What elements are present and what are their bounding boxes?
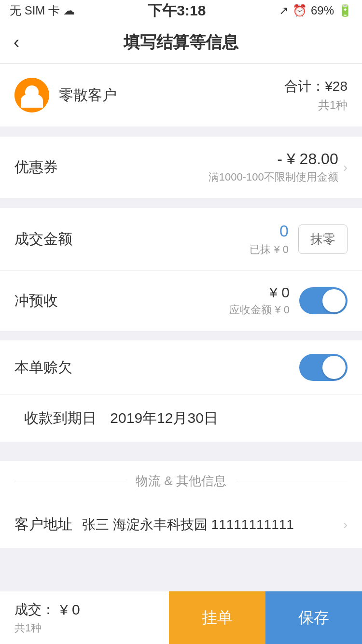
address-label: 客户地址 (14, 515, 72, 534)
hold-button[interactable]: 挂单 (169, 591, 265, 644)
alarm-icon: ⏰ (292, 4, 307, 17)
section-divider-3 (0, 451, 362, 461)
customer-name: 零散客户 (59, 85, 117, 105)
coupon-desc: 满1000-100不限制使用金额 (209, 170, 338, 184)
deal-amount-col: 0 已抹 ¥ 0 (250, 222, 289, 257)
toggle-knob (322, 289, 346, 312)
total-count: 共1种 (284, 98, 348, 113)
customer-total: 合计：¥28 共1种 (284, 77, 348, 113)
prepay-amount: ¥ 0 (229, 284, 290, 301)
deal-amount-row: 成交金额 0 已抹 ¥ 0 抹零 (0, 208, 362, 271)
due-date-row: 收款到期日 2019年12月30日 (0, 394, 362, 442)
logistics-label: 物流 & 其他信息 (136, 473, 226, 490)
chevron-right-icon: › (343, 160, 348, 175)
address-value: 张三 海淀永丰科技园 11111111111 (82, 516, 343, 534)
location-icon: ↗ (279, 4, 289, 17)
divider-line-left (14, 481, 126, 481)
sim-status: 无 SIM 卡 ☁ (10, 3, 75, 18)
customer-left: 零散客户 (14, 78, 117, 112)
round-button[interactable]: 抹零 (298, 224, 348, 254)
avatar (14, 78, 49, 112)
customer-row: 零散客户 合计：¥28 共1种 (0, 64, 362, 126)
status-bar: 无 SIM 卡 ☁ 下午3:18 ↗ ⏰ 69% 🔋 (0, 0, 362, 21)
section-divider-2 (0, 331, 362, 340)
deal-section: 成交金额 0 已抹 ¥ 0 抹零 冲预收 ¥ 0 应收金额 ¥ 0 (0, 208, 362, 331)
prepay-right: ¥ 0 应收金额 ¥ 0 (229, 284, 348, 317)
due-date-value: 2019年12月30日 (110, 410, 218, 426)
battery-level: 69% (311, 4, 334, 17)
logistics-divider: 物流 & 其他信息 (0, 461, 362, 501)
prepay-toggle[interactable] (299, 287, 348, 314)
coupon-label: 优惠券 (14, 157, 58, 177)
nav-bar: ‹ 填写结算等信息 (0, 21, 362, 64)
prepay-label: 冲预收 (14, 291, 58, 311)
deal-amount-sub: 已抹 ¥ 0 (250, 242, 289, 257)
coupon-info: - ¥ 28.00 满1000-100不限制使用金额 (209, 150, 338, 184)
credit-label: 本单赊欠 (14, 358, 72, 378)
due-date-label: 收款到期日 (24, 410, 97, 426)
coupon-discount: - ¥ 28.00 (209, 150, 338, 168)
deal-right: 0 已抹 ¥ 0 抹零 (250, 222, 348, 257)
bottom-deal-amount: ¥ 0 (60, 602, 80, 618)
credit-toggle-knob (322, 356, 346, 379)
bottom-bar: 成交： ¥ 0 共1种 挂单 保存 (0, 591, 362, 644)
total-amount: 合计：¥28 (284, 77, 348, 96)
bottom-deal: 成交： ¥ 0 (14, 601, 154, 619)
back-button[interactable]: ‹ (14, 32, 19, 53)
bottom-deal-label: 成交： (14, 601, 55, 619)
page-title: 填写结算等信息 (124, 31, 238, 54)
divider-line-right (236, 481, 348, 481)
credit-row: 本单赊欠 (0, 340, 362, 394)
deal-amount-label: 成交金额 (14, 229, 72, 249)
save-button[interactable]: 保存 (265, 591, 362, 644)
prepay-amount-col: ¥ 0 应收金额 ¥ 0 (229, 284, 290, 317)
status-time: 下午3:18 (148, 1, 206, 21)
status-left: 无 SIM 卡 ☁ (10, 3, 75, 18)
coupon-row[interactable]: 优惠券 - ¥ 28.00 满1000-100不限制使用金额 › (0, 136, 362, 198)
status-right: ↗ ⏰ 69% 🔋 (279, 4, 352, 17)
content-area: 零散客户 合计：¥28 共1种 优惠券 - ¥ 28.00 满1000-100不… (0, 64, 362, 616)
section-divider-1 (0, 198, 362, 208)
bottom-info: 成交： ¥ 0 共1种 (0, 601, 169, 635)
coupon-right: - ¥ 28.00 满1000-100不限制使用金额 › (209, 150, 348, 184)
deal-amount-value[interactable]: 0 (250, 222, 289, 240)
battery-icon: 🔋 (338, 4, 352, 17)
prepay-row: 冲预收 ¥ 0 应收金额 ¥ 0 (0, 271, 362, 331)
bottom-count: 共1种 (14, 621, 154, 635)
credit-toggle[interactable] (299, 354, 348, 381)
address-chevron-icon: › (343, 517, 348, 532)
prepay-sub: 应收金额 ¥ 0 (229, 303, 290, 317)
credit-section: 本单赊欠 收款到期日 2019年12月30日 (0, 340, 362, 442)
logistics-section: 物流 & 其他信息 客户地址 张三 海淀永丰科技园 11111111111 › (0, 461, 362, 548)
address-row[interactable]: 客户地址 张三 海淀永丰科技园 11111111111 › (0, 501, 362, 548)
